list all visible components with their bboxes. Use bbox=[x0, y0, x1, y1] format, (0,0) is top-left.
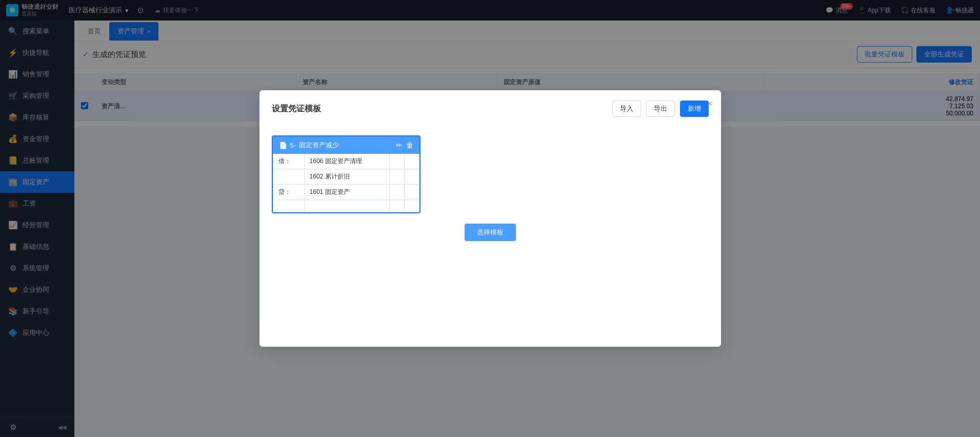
template-entries-table: 借： 1606 固定资产清理 1602 累计折旧 bbox=[273, 154, 419, 212]
modal-action-buttons: 导入 导出 新增 bbox=[612, 101, 709, 117]
template-empty-row bbox=[273, 200, 419, 212]
template-entry-row: 1602 累计折旧 bbox=[273, 169, 419, 185]
modal-dialog: 设置凭证模板 导入 导出 新增 × bbox=[259, 90, 721, 347]
entry-debit-0 bbox=[390, 154, 404, 169]
content-area: 首页 资产管理 × — ⤢ ✓ 生成的凭证预览 bbox=[74, 21, 980, 437]
page-content: ✓ 生成的凭证预览 批量凭证模板 全部生成凭证 变动类型 bbox=[74, 41, 980, 437]
modal-close-button[interactable]: × bbox=[707, 98, 713, 109]
main-area: 🔍 搜索菜单 ⚡ 快捷导航 📊 销售管理 🛒 采购管理 📦 库存核算 bbox=[0, 21, 980, 437]
entry-account-1: 1602 累计折旧 bbox=[304, 169, 390, 185]
modal-title: 设置凭证模板 bbox=[272, 104, 321, 114]
template-card-actions: ✏ 🗑 bbox=[396, 141, 413, 149]
template-card-body: 借： 1606 固定资产清理 1602 累计折旧 bbox=[273, 154, 419, 212]
template-id: 5- bbox=[290, 142, 296, 149]
template-card-title: 📄 5-固定资产减少 bbox=[279, 141, 339, 150]
entry-account-0: 1606 固定资产清理 bbox=[304, 154, 390, 169]
template-card-header: 📄 5-固定资产减少 ✏ 🗑 bbox=[273, 136, 419, 154]
template-card: 📄 5-固定资产减少 ✏ 🗑 bbox=[272, 135, 421, 213]
entry-account-2: 1601 固定资产 bbox=[304, 185, 390, 200]
template-doc-icon: 📄 bbox=[279, 142, 287, 149]
export-button[interactable]: 导出 bbox=[646, 101, 675, 117]
template-name: 固定资产减少 bbox=[299, 141, 339, 150]
template-delete-icon[interactable]: 🗑 bbox=[406, 141, 413, 149]
entry-debit-1 bbox=[390, 169, 404, 185]
entry-direction-0: 借： bbox=[273, 154, 304, 169]
template-entry-row: 贷： 1601 固定资产 bbox=[273, 185, 419, 200]
app-container: 畅 畅捷通好业财 普及版 医疗器械行业演示 ▾ ⚙ ☁ 我要体验一下 💬 消息 … bbox=[0, 0, 980, 437]
entry-direction-1 bbox=[273, 169, 304, 185]
modal-header: 设置凭证模板 导入 导出 新增 × bbox=[259, 90, 721, 125]
entry-credit-1 bbox=[404, 169, 419, 185]
entry-direction-2: 贷： bbox=[273, 185, 304, 200]
create-button[interactable]: 新增 bbox=[680, 101, 709, 117]
template-edit-icon[interactable]: ✏ bbox=[396, 141, 402, 149]
entry-credit-2 bbox=[404, 185, 419, 200]
entry-debit-2 bbox=[390, 185, 404, 200]
entry-credit-0 bbox=[404, 154, 419, 169]
modal-body: 📄 5-固定资产减少 ✏ 🗑 bbox=[259, 125, 721, 251]
select-template-button[interactable]: 选择模板 bbox=[465, 224, 516, 241]
modal-overlay: 设置凭证模板 导入 导出 新增 × bbox=[74, 41, 980, 437]
import-button[interactable]: 导入 bbox=[612, 101, 641, 117]
template-entry-row: 借： 1606 固定资产清理 bbox=[273, 154, 419, 169]
